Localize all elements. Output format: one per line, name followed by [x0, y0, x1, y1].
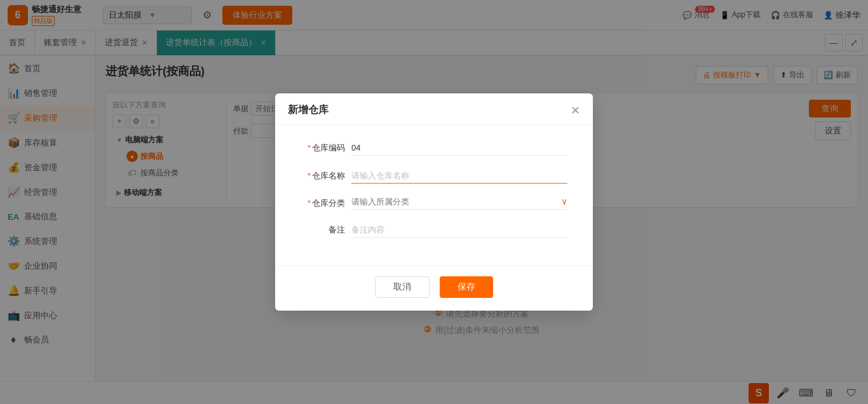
form-row-code: *仓库编码	[301, 140, 567, 156]
form-row-remark: 备注	[301, 222, 567, 238]
warehouse-code-input[interactable]	[351, 140, 567, 156]
warehouse-name-input[interactable]	[351, 168, 567, 184]
category-label: *仓库分类	[301, 198, 345, 209]
category-dropdown-icon[interactable]: ∨	[561, 196, 567, 206]
form-row-category: *仓库分类 ∨	[301, 196, 567, 210]
add-warehouse-modal: 新增仓库 ✕ *仓库编码 *仓库名称 *仓库分类 ∨	[275, 93, 593, 311]
modal-close-button[interactable]: ✕	[571, 105, 580, 116]
code-label: *仓库编码	[301, 142, 345, 154]
modal-footer: 取消 保存	[275, 266, 593, 311]
save-button[interactable]: 保存	[440, 276, 493, 298]
modal-body: *仓库编码 *仓库名称 *仓库分类 ∨ 备注	[275, 125, 593, 266]
category-select-row: ∨	[351, 196, 567, 210]
remark-label: 备注	[301, 224, 345, 236]
name-label: *仓库名称	[301, 170, 345, 182]
remark-input[interactable]	[351, 222, 567, 238]
modal-title: 新增仓库	[288, 104, 329, 117]
cancel-button[interactable]: 取消	[375, 276, 430, 298]
form-row-name: *仓库名称	[301, 168, 567, 184]
category-select-input[interactable]	[351, 197, 561, 206]
modal-header: 新增仓库 ✕	[275, 93, 593, 125]
